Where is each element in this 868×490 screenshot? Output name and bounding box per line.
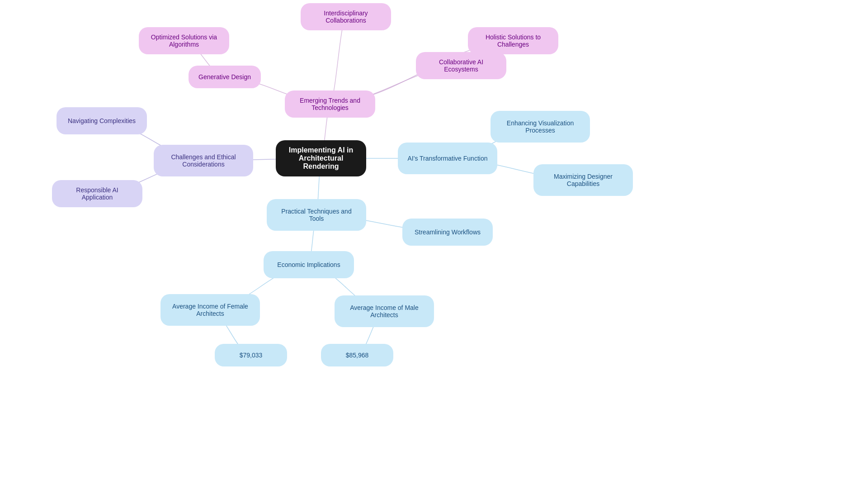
responsible-ai-node[interactable]: Responsible AI Application <box>52 180 142 207</box>
generative-design-label: Generative Design <box>198 73 251 81</box>
responsible-ai-label: Responsible AI Application <box>60 186 134 201</box>
female-value-node[interactable]: $79,033 <box>215 344 287 366</box>
streamlining-node[interactable]: Streamlining Workflows <box>402 219 493 246</box>
male-value-node[interactable]: $85,968 <box>321 344 393 366</box>
female-value-label: $79,033 <box>240 352 263 359</box>
navigating-label: Navigating Complexities <box>68 117 136 124</box>
center-label: Implementing AI in Architectural Renderi… <box>284 146 358 171</box>
ai-transformative-node[interactable]: AI's Transformative Function <box>398 143 497 174</box>
collaborative-ai-node[interactable]: Collaborative AI Ecosystems <box>416 52 506 79</box>
enhancing-viz-label: Enhancing Visualization Processes <box>507 119 574 134</box>
center-node[interactable]: Implementing AI in Architectural Renderi… <box>276 140 366 176</box>
mind-map: Implementing AI in Architectural Renderi… <box>0 0 868 490</box>
emerging-trends-node[interactable]: Emerging Trends and Technologies <box>285 90 375 118</box>
female-income-label: Average Income of Female Architects <box>172 303 248 317</box>
navigating-node[interactable]: Navigating Complexities <box>57 107 147 134</box>
challenges-label: Challenges and Ethical Considerations <box>171 153 236 168</box>
maximizing-label: Maximizing Designer Capabilities <box>554 173 613 187</box>
generative-design-node[interactable]: Generative Design <box>189 66 261 88</box>
maximizing-node[interactable]: Maximizing Designer Capabilities <box>533 164 633 196</box>
streamlining-label: Streamlining Workflows <box>415 228 481 236</box>
economic-label: Economic Implications <box>277 261 340 268</box>
practical-tools-label: Practical Techniques and Tools <box>275 208 358 222</box>
economic-node[interactable]: Economic Implications <box>264 251 354 278</box>
male-income-label: Average Income of Male Architects <box>350 304 419 319</box>
practical-tools-node[interactable]: Practical Techniques and Tools <box>267 199 366 231</box>
ai-transformative-label: AI's Transformative Function <box>408 155 488 162</box>
female-income-node[interactable]: Average Income of Female Architects <box>160 294 260 326</box>
interdisciplinary-node[interactable]: Interdisciplinary Collaborations <box>301 3 391 30</box>
optimized-solutions-node[interactable]: Optimized Solutions via Algorithms <box>139 27 229 54</box>
emerging-trends-label: Emerging Trends and Technologies <box>300 97 360 111</box>
interdisciplinary-label: Interdisciplinary Collaborations <box>309 10 383 24</box>
challenges-node[interactable]: Challenges and Ethical Considerations <box>154 145 253 176</box>
male-value-label: $85,968 <box>346 352 369 359</box>
optimized-solutions-label: Optimized Solutions via Algorithms <box>151 33 217 48</box>
collaborative-ai-label: Collaborative AI Ecosystems <box>424 58 498 73</box>
holistic-label: Holistic Solutions to Challenges <box>486 33 541 48</box>
enhancing-viz-node[interactable]: Enhancing Visualization Processes <box>491 111 590 143</box>
male-income-node[interactable]: Average Income of Male Architects <box>335 295 434 327</box>
holistic-node[interactable]: Holistic Solutions to Challenges <box>468 27 558 54</box>
